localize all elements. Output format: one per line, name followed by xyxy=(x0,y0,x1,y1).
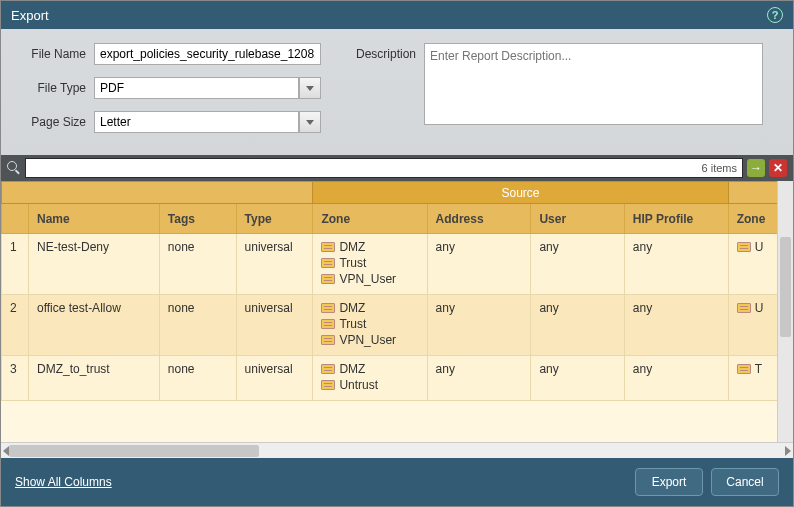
page-size-label: Page Size xyxy=(11,115,86,129)
col-num[interactable] xyxy=(2,204,29,234)
cell-hip: any xyxy=(624,234,728,295)
zone-item: T xyxy=(737,362,782,376)
cell-zone: DMZUntrust xyxy=(313,356,427,401)
col-tags[interactable]: Tags xyxy=(159,204,236,234)
cell-num: 3 xyxy=(2,356,29,401)
chevron-down-icon xyxy=(306,86,314,91)
clear-filter-button[interactable]: ✕ xyxy=(769,159,787,177)
chevron-down-icon xyxy=(306,120,314,125)
cell-type: universal xyxy=(236,234,313,295)
table-row[interactable]: 3DMZ_to_trustnoneuniversalDMZUntrustanya… xyxy=(2,356,791,401)
file-type-value[interactable] xyxy=(94,77,299,99)
table-wrap[interactable]: Source Name Tags Type Zone Address User … xyxy=(1,181,793,442)
filter-bar: → ✕ xyxy=(1,155,793,181)
apply-filter-button[interactable]: → xyxy=(747,159,765,177)
horizontal-scroll-thumb[interactable] xyxy=(9,445,259,457)
help-icon[interactable]: ? xyxy=(767,7,783,23)
cell-zone: DMZTrustVPN_User xyxy=(313,234,427,295)
cell-address: any xyxy=(427,234,531,295)
zone-icon xyxy=(321,380,335,390)
zone-label: T xyxy=(755,362,762,376)
file-type-label: File Type xyxy=(11,81,86,95)
zone-item: DMZ xyxy=(321,301,418,315)
file-type-combo[interactable] xyxy=(94,77,321,99)
col-address[interactable]: Address xyxy=(427,204,531,234)
show-all-columns-link[interactable]: Show All Columns xyxy=(15,475,112,489)
form-area: File Name File Type Page Size xyxy=(1,29,793,155)
col-zone[interactable]: Zone xyxy=(313,204,427,234)
zone-label: DMZ xyxy=(339,301,365,315)
col-type[interactable]: Type xyxy=(236,204,313,234)
cell-hip: any xyxy=(624,295,728,356)
description-label: Description xyxy=(341,43,416,125)
export-button[interactable]: Export xyxy=(635,468,703,496)
vertical-scrollbar[interactable] xyxy=(777,181,793,442)
page-size-dropdown-button[interactable] xyxy=(299,111,321,133)
cell-tags: none xyxy=(159,295,236,356)
zone-item: Trust xyxy=(321,317,418,331)
cell-num: 1 xyxy=(2,234,29,295)
col-name[interactable]: Name xyxy=(28,204,159,234)
cancel-button[interactable]: Cancel xyxy=(711,468,779,496)
file-name-label: File Name xyxy=(11,47,86,61)
cell-tags: none xyxy=(159,356,236,401)
cell-name: office test-Allow xyxy=(28,295,159,356)
zone-label: U xyxy=(755,301,764,315)
zone-item: U xyxy=(737,240,782,254)
zone-item: Untrust xyxy=(321,378,418,392)
vertical-scroll-thumb[interactable] xyxy=(780,237,791,337)
zone-item: Trust xyxy=(321,256,418,270)
table-row[interactable]: 1NE-test-DenynoneuniversalDMZTrustVPN_Us… xyxy=(2,234,791,295)
zone-icon xyxy=(321,303,335,313)
zone-item: VPN_User xyxy=(321,272,418,286)
zone-item: DMZ xyxy=(321,362,418,376)
form-left: File Name File Type Page Size xyxy=(11,43,321,145)
zone-label: Trust xyxy=(339,256,366,270)
zone-label: U xyxy=(755,240,764,254)
file-type-dropdown-button[interactable] xyxy=(299,77,321,99)
header-group-source: Source xyxy=(313,182,728,204)
cell-type: universal xyxy=(236,356,313,401)
cell-address: any xyxy=(427,295,531,356)
rules-table: Source Name Tags Type Zone Address User … xyxy=(1,181,791,401)
cell-name: DMZ_to_trust xyxy=(28,356,159,401)
zone-icon xyxy=(321,319,335,329)
filter-input[interactable] xyxy=(25,158,743,178)
horizontal-scrollbar[interactable] xyxy=(1,442,793,458)
zone-item: U xyxy=(737,301,782,315)
cell-address: any xyxy=(427,356,531,401)
cell-user: any xyxy=(531,295,624,356)
zone-icon xyxy=(321,242,335,252)
zone-icon xyxy=(321,258,335,268)
header-group-blank xyxy=(2,182,313,204)
zone-label: DMZ xyxy=(339,240,365,254)
cell-type: universal xyxy=(236,295,313,356)
zone-icon xyxy=(321,364,335,374)
zone-item: DMZ xyxy=(321,240,418,254)
cell-num: 2 xyxy=(2,295,29,356)
zone-label: Untrust xyxy=(339,378,378,392)
page-size-value[interactable] xyxy=(94,111,299,133)
col-user[interactable]: User xyxy=(531,204,624,234)
cell-user: any xyxy=(531,356,624,401)
search-icon xyxy=(7,161,21,175)
page-size-combo[interactable] xyxy=(94,111,321,133)
zone-label: Trust xyxy=(339,317,366,331)
table-row[interactable]: 2office test-AllownoneuniversalDMZTrustV… xyxy=(2,295,791,356)
file-name-input[interactable] xyxy=(94,43,321,65)
description-textarea[interactable] xyxy=(424,43,763,125)
cell-name: NE-test-Deny xyxy=(28,234,159,295)
cell-tags: none xyxy=(159,234,236,295)
zone-icon xyxy=(321,335,335,345)
form-right: Description xyxy=(341,43,763,145)
export-dialog: Export ? File Name File Type Page Size xyxy=(0,0,794,507)
col-hip[interactable]: HIP Profile xyxy=(624,204,728,234)
zone-label: DMZ xyxy=(339,362,365,376)
zone-icon xyxy=(321,274,335,284)
scroll-right-icon[interactable] xyxy=(785,446,791,456)
footer: Show All Columns Export Cancel xyxy=(1,458,793,506)
zone-icon xyxy=(737,303,751,313)
dialog-title: Export xyxy=(11,8,49,23)
zone-label: VPN_User xyxy=(339,333,396,347)
zone-item: VPN_User xyxy=(321,333,418,347)
